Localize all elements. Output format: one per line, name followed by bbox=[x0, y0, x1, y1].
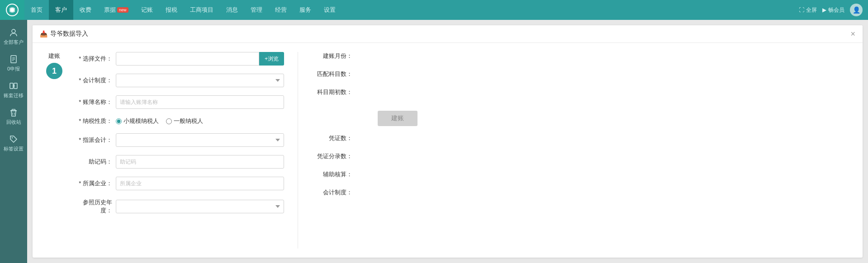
top-navigation: 首页客户收费票据new记账报税工商项目消息管理经营服务设置 ⛶ 全屏 ▶ 畅会员… bbox=[0, 0, 868, 20]
tax-label: * 纳税性质： bbox=[76, 117, 112, 125]
ledger-name-input[interactable] bbox=[116, 95, 284, 109]
voucher-entries-label: 凭证分录数： bbox=[312, 152, 352, 160]
voucher-count-label: 凭证数： bbox=[312, 134, 352, 142]
form-row-ref-year: 参照历史年度： bbox=[76, 198, 284, 215]
sidebar-item-tags[interactable]: 标签设置 bbox=[0, 130, 27, 157]
accountant-label: * 指派会计： bbox=[76, 136, 112, 144]
sidebar: 全部客户 0申报 账套迁移 bbox=[0, 20, 27, 263]
nav-right: ⛶ 全屏 ▶ 畅会员 👤 bbox=[799, 4, 863, 16]
svg-rect-7 bbox=[10, 83, 13, 89]
form-row-ledger: * 账簿名称： bbox=[76, 95, 284, 109]
form-row-voucher-entries: 凭证分录数： bbox=[312, 152, 484, 160]
ref-year-label: 参照历史年度： bbox=[76, 198, 112, 215]
fullscreen-label: 全屏 bbox=[806, 6, 817, 14]
nav-item-收费[interactable]: 收费 bbox=[73, 0, 98, 20]
svg-rect-9 bbox=[10, 110, 17, 111]
close-button[interactable]: × bbox=[850, 30, 855, 38]
ledger-label: * 账簿名称： bbox=[76, 98, 112, 106]
nav-item-工商项目[interactable]: 工商项目 bbox=[184, 0, 220, 20]
tax-small-radio[interactable] bbox=[116, 118, 122, 124]
nav-item-首页[interactable]: 首页 bbox=[24, 0, 49, 20]
step-circle: 1 bbox=[46, 63, 62, 79]
memo-label: 助记码： bbox=[76, 158, 112, 166]
tax-general-radio[interactable] bbox=[166, 118, 172, 124]
file-text-input[interactable] bbox=[116, 52, 259, 66]
step-section: 建账 1 bbox=[46, 52, 62, 249]
sidebar-item-label-tags: 标签设置 bbox=[4, 146, 24, 152]
nav-item-经营[interactable]: 经营 bbox=[269, 0, 293, 20]
nav-items: 首页客户收费票据new记账报税工商项目消息管理经营服务设置 bbox=[24, 0, 799, 20]
dialog-panel: 📥 导爷数据导入 × 建账 1 * 选择文件： bbox=[33, 25, 863, 258]
nav-item-管理[interactable]: 管理 bbox=[244, 0, 269, 20]
nav-badge-票据: new bbox=[117, 7, 128, 13]
content-area: 📥 导爷数据导入 × 建账 1 * 选择文件： bbox=[27, 20, 868, 263]
form-row-accounting: * 会计制度： bbox=[76, 74, 284, 87]
fullscreen-button[interactable]: ⛶ 全屏 bbox=[799, 6, 817, 14]
tax-general-label[interactable]: 一般纳税人 bbox=[166, 117, 203, 125]
dialog-title-text: 导爷数据导入 bbox=[50, 30, 88, 38]
form-left: * 选择文件： +浏览 * 会计制度： bbox=[76, 52, 284, 249]
owner-label: * 所属企业： bbox=[76, 179, 112, 188]
file-label: * 选择文件： bbox=[76, 55, 112, 63]
nav-item-报税[interactable]: 报税 bbox=[159, 0, 184, 20]
svg-point-2 bbox=[12, 29, 15, 33]
file-input-group: +浏览 bbox=[116, 52, 284, 66]
nav-item-服务[interactable]: 服务 bbox=[293, 0, 318, 20]
tax-radio-group: 小规模纳税人 一般纳税人 bbox=[116, 117, 203, 125]
accounting-system-select[interactable] bbox=[116, 74, 284, 87]
member-button[interactable]: ▶ 畅会员 bbox=[822, 6, 844, 14]
form-row-auxiliary: 辅助核算： bbox=[312, 170, 484, 178]
fullscreen-icon: ⛶ bbox=[799, 7, 804, 13]
svg-point-1 bbox=[10, 8, 14, 12]
build-month-label: 建账月份： bbox=[312, 52, 352, 60]
nav-item-记账[interactable]: 记账 bbox=[135, 0, 159, 20]
tax-general-text: 一般纳税人 bbox=[174, 117, 203, 125]
sidebar-item-label-recycle: 回收站 bbox=[6, 119, 21, 126]
tax-small-text: 小规模纳税人 bbox=[123, 117, 159, 125]
form-row-subjects-initial: 科目期初数： bbox=[312, 88, 484, 96]
form-row-memo: 助记码： bbox=[76, 155, 284, 169]
form-row-voucher-count: 凭证数： bbox=[312, 134, 484, 142]
logo bbox=[0, 0, 24, 20]
sidebar-item-all-clients[interactable]: 全部客户 bbox=[0, 23, 27, 50]
form-row-build-month: 建账月份： bbox=[312, 52, 484, 60]
dialog-title: 📥 导爷数据导入 bbox=[40, 30, 88, 38]
match-subjects-label: 匹配科目数： bbox=[312, 70, 352, 78]
nav-item-客户[interactable]: 客户 bbox=[49, 0, 73, 20]
member-label: 畅会员 bbox=[828, 6, 844, 14]
form-row-accountant: * 指派会计： bbox=[76, 133, 284, 147]
video-icon: ▶ bbox=[822, 7, 826, 13]
accounting-label: * 会计制度： bbox=[76, 76, 112, 85]
user-avatar[interactable]: 👤 bbox=[850, 4, 863, 16]
sidebar-item-label-declare: 0申报 bbox=[7, 66, 20, 72]
form-row-match-subjects: 匹配科目数： bbox=[312, 70, 484, 78]
dialog-body: 建账 1 * 选择文件： +浏览 * 会计制度： bbox=[33, 43, 863, 258]
browse-button[interactable]: +浏览 bbox=[259, 52, 284, 66]
accounting-system-right-label: 会计制度： bbox=[312, 188, 352, 197]
import-icon: 📥 bbox=[40, 30, 47, 38]
sidebar-item-declare[interactable]: 0申报 bbox=[0, 50, 27, 77]
svg-point-12 bbox=[12, 137, 13, 138]
dialog-header: 📥 导爷数据导入 × bbox=[33, 25, 863, 43]
step-label: 建账 bbox=[48, 52, 60, 60]
form-row-file: * 选择文件： +浏览 bbox=[76, 52, 284, 66]
sidebar-item-label-all-clients: 全部客户 bbox=[4, 39, 24, 46]
main-layout: 全部客户 0申报 账套迁移 bbox=[0, 20, 868, 263]
nav-item-消息[interactable]: 消息 bbox=[220, 0, 244, 20]
form-right: 建账月份： 匹配科目数： 科目期初数： 建账 bbox=[312, 52, 484, 249]
subjects-initial-label: 科目期初数： bbox=[312, 88, 352, 96]
form-row-owner: * 所属企业： bbox=[76, 177, 284, 190]
auxiliary-label: 辅助核算： bbox=[312, 170, 352, 178]
tax-small-label[interactable]: 小规模纳税人 bbox=[116, 117, 159, 125]
nav-item-票据[interactable]: 票据new bbox=[98, 0, 135, 20]
build-button[interactable]: 建账 bbox=[378, 111, 417, 126]
owner-input[interactable] bbox=[116, 177, 284, 190]
form-row-tax: * 纳税性质： 小规模纳税人 一般纳税人 bbox=[76, 117, 284, 125]
sidebar-item-recycle[interactable]: 回收站 bbox=[0, 103, 27, 130]
sidebar-item-migrate[interactable]: 账套迁移 bbox=[0, 77, 27, 103]
accountant-select[interactable] bbox=[116, 133, 284, 147]
nav-item-设置[interactable]: 设置 bbox=[318, 0, 342, 20]
memo-input[interactable] bbox=[116, 155, 284, 169]
form-divider bbox=[298, 52, 298, 249]
ref-year-select[interactable] bbox=[116, 200, 284, 213]
